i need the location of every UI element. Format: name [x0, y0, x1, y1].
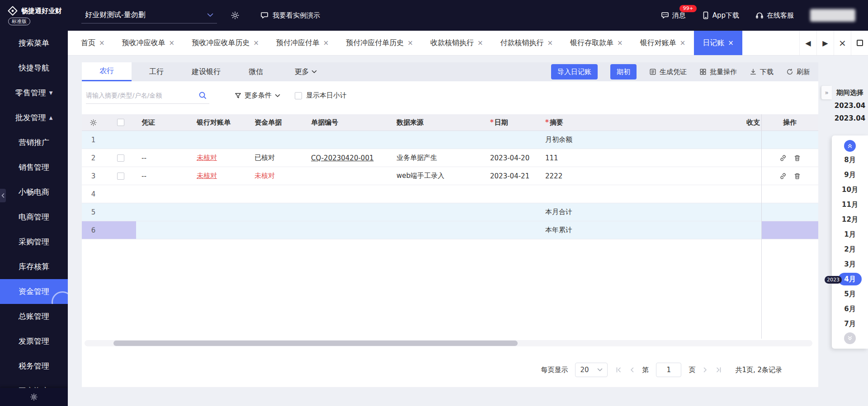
sidebar-item-wholesale-mgmt[interactable]: 批发管理▲ — [0, 105, 68, 130]
tab-payment-verification[interactable]: 付款核销执行× — [491, 31, 561, 55]
last-page-button[interactable] — [715, 366, 722, 373]
sidebar-item-xiaochang-ecommerce[interactable]: 小畅电商 — [0, 180, 68, 205]
batch-operations-button[interactable]: 批量操作 — [699, 68, 737, 76]
tab-home[interactable]: 首页× — [72, 31, 113, 55]
tab-close-icon[interactable]: × — [253, 39, 259, 47]
tab-receipt-verification[interactable]: 收款核销执行× — [422, 31, 492, 55]
doc-number-link[interactable]: CQ-20230420-001 — [311, 154, 374, 162]
sidebar-item-purchase-mgmt[interactable]: 采购管理 — [0, 229, 68, 254]
tab-close-icon[interactable]: × — [323, 39, 329, 47]
opening-balance-button[interactable]: 期初 — [610, 64, 637, 79]
subtab-more[interactable]: 更多 — [281, 62, 330, 81]
months-scroll-down-button[interactable] — [844, 332, 856, 344]
month-item[interactable]: 10月 — [832, 182, 868, 197]
month-item[interactable]: 7月 — [832, 317, 868, 331]
trash-icon[interactable] — [794, 154, 801, 162]
tab-prepayment-writeoff-history[interactable]: 预付冲应付单历史× — [337, 31, 422, 55]
month-item[interactable]: 8月 — [832, 153, 868, 168]
first-page-button[interactable] — [615, 366, 622, 373]
sidebar-item-marketing[interactable]: 营销推广 — [0, 130, 68, 155]
app-download-button[interactable]: App下载 — [702, 11, 739, 20]
sidebar-item-search-menu[interactable]: 搜索菜单 — [0, 31, 68, 56]
org-selector[interactable]: 好业财测试-量勿删 — [81, 7, 217, 23]
subtab-wechat[interactable]: 微信 — [231, 62, 281, 81]
user-name-blurred[interactable] — [810, 9, 855, 22]
select-all-checkbox[interactable] — [117, 119, 124, 126]
sidebar-item-retail-mgmt[interactable]: 零售管理▼ — [0, 80, 68, 105]
sidebar-collapse-handle[interactable] — [0, 189, 6, 202]
month-item[interactable]: 2月 — [832, 242, 868, 257]
tab-close-icon[interactable]: × — [99, 39, 105, 47]
tab-close-icon[interactable]: × — [617, 39, 623, 47]
tab-close-icon[interactable]: × — [407, 39, 413, 47]
sidebar-item-tax-mgmt[interactable]: 税务管理 — [0, 354, 68, 378]
messages-button[interactable]: 消息 99+ — [661, 11, 686, 20]
month-item[interactable]: 1月 — [832, 227, 868, 242]
months-scroll-up-button[interactable] — [844, 140, 856, 152]
row-checkbox[interactable] — [117, 173, 124, 180]
daily-subtotal-checkbox[interactable] — [295, 92, 302, 99]
import-journal-button[interactable]: 导入日记账 — [551, 64, 598, 79]
tab-prereceipt-writeoff[interactable]: 预收冲应收单× — [113, 31, 184, 55]
sidebar-item-quick-nav[interactable]: 快捷导航 — [0, 56, 68, 80]
tab-scroll-left-button[interactable]: ◀ — [799, 31, 816, 55]
month-item[interactable]: 12月 — [832, 212, 868, 227]
search-icon[interactable] — [198, 91, 207, 99]
month-item[interactable]: 5月 — [832, 287, 868, 302]
horizontal-scrollbar-thumb[interactable] — [113, 341, 518, 346]
row-checkbox[interactable] — [117, 154, 124, 162]
tab-close-icon[interactable]: × — [477, 39, 483, 47]
more-conditions-button[interactable]: 更多条件 — [235, 91, 280, 100]
sidebar-item-fund-mgmt[interactable]: 资金管理 — [0, 279, 68, 304]
trash-icon[interactable] — [794, 173, 801, 180]
period-to[interactable]: 2023.04 — [832, 112, 868, 125]
tab-prereceipt-writeoff-history[interactable]: 预收冲应收单历史× — [183, 31, 268, 55]
month-item[interactable]: 11月 — [832, 197, 868, 212]
tab-journal[interactable]: 日记账× — [694, 31, 742, 55]
tab-close-icon[interactable]: × — [547, 39, 553, 47]
month-item[interactable]: 9月 — [832, 168, 868, 182]
sidebar-item-inventory-accounting[interactable]: 库存核算 — [0, 254, 68, 279]
bank-statement-status-link[interactable]: 未核对 — [197, 172, 217, 180]
tab-close-icon[interactable]: × — [728, 39, 734, 47]
demo-link[interactable]: 我要看实例演示 — [260, 11, 320, 20]
period-from[interactable]: 2023.04 — [832, 99, 868, 112]
table-row-year-total[interactable]: 6 本年累计 — [82, 221, 818, 239]
tab-bank-statement[interactable]: 银行对账单× — [632, 31, 694, 55]
download-button[interactable]: 下载 — [750, 68, 774, 76]
fullscreen-button[interactable] — [851, 31, 868, 55]
horizontal-scrollbar-track[interactable] — [85, 340, 812, 346]
tab-bank-deposit-withdrawal[interactable]: 银行存取款单× — [561, 31, 632, 55]
topbar-settings-gear-icon[interactable] — [231, 11, 240, 20]
subtab-icbc-bank[interactable]: 工行 — [132, 62, 181, 81]
refresh-button[interactable]: 刷新 — [786, 68, 810, 76]
generate-voucher-button[interactable]: 生成凭证 — [649, 68, 687, 76]
search-input[interactable] — [86, 92, 196, 99]
page-number-input[interactable] — [656, 363, 681, 377]
month-item[interactable]: 6月 — [832, 302, 868, 317]
tab-prepayment-writeoff[interactable]: 预付冲应付单× — [268, 31, 338, 55]
per-page-select[interactable]: 20 — [575, 363, 608, 377]
column-settings-gear-icon[interactable] — [82, 114, 105, 131]
subtab-abc-bank[interactable]: 农行 — [82, 62, 132, 81]
prev-page-button[interactable] — [629, 366, 635, 373]
period-collapse-handle[interactable]: » — [821, 86, 832, 99]
tabs-close-button[interactable]: × — [834, 31, 851, 55]
sidebar-item-general-ledger[interactable]: 总账管理 — [0, 304, 68, 329]
tab-scroll-right-button[interactable]: ▶ — [816, 31, 834, 55]
month-item[interactable]: 3月 — [832, 257, 868, 272]
link-icon[interactable] — [779, 173, 787, 180]
sidebar-item-sales-mgmt[interactable]: 销售管理 — [0, 155, 68, 180]
bank-statement-status-link[interactable]: 未核对 — [197, 154, 217, 162]
sidebar-item-ecommerce-mgmt[interactable]: 电商管理 — [0, 205, 68, 229]
online-service-button[interactable]: 在线客服 — [755, 11, 794, 20]
link-icon[interactable] — [779, 154, 787, 162]
subtab-ccb-bank[interactable]: 建设银行 — [181, 62, 231, 81]
sidebar-item-invoice-mgmt[interactable]: 发票管理 — [0, 329, 68, 354]
tab-close-icon[interactable]: × — [680, 39, 686, 47]
next-page-button[interactable] — [703, 366, 708, 373]
tab-close-icon[interactable]: × — [169, 39, 175, 47]
sidebar-settings-gear-icon[interactable] — [30, 393, 38, 401]
caret-down-icon: ▼ — [49, 90, 53, 95]
chevron-down-icon — [207, 13, 213, 17]
